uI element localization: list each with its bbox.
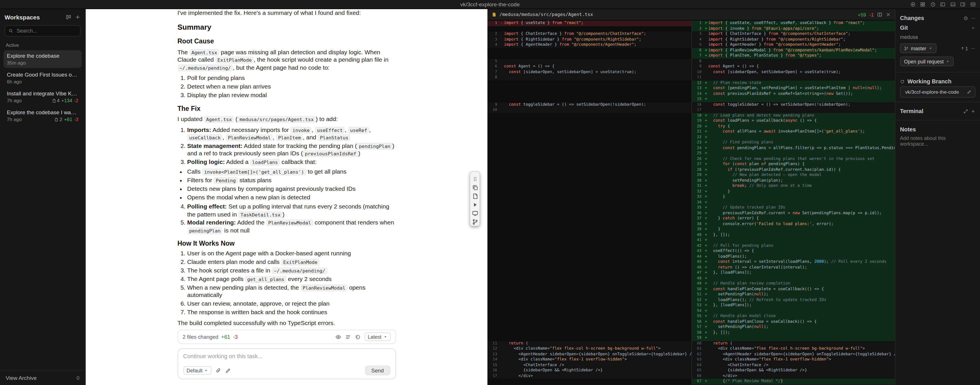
- app-window: vk/3ccf-explore-the-code Workspaces: [0, 0, 980, 385]
- close-icon[interactable]: [886, 12, 891, 17]
- ul-block: Calls invoke<PlanItem[]>('get_all_plans'…: [177, 168, 396, 201]
- code-line: 65 {sidebarOpen && <RightSidebar />}: [692, 368, 895, 373]
- latest-dropdown[interactable]: Latest: [364, 332, 391, 341]
- line-number: 20: [692, 124, 704, 129]
- expand-icon[interactable]: [963, 109, 968, 113]
- working-branch-input[interactable]: [904, 89, 964, 95]
- more-icon[interactable]: [971, 46, 975, 51]
- code-line: [487, 313, 691, 319]
- git-branch-icon[interactable]: [472, 217, 478, 223]
- line-number: [487, 167, 500, 172]
- pencil-icon[interactable]: [967, 90, 971, 94]
- code-line: [487, 118, 691, 124]
- send-button[interactable]: Send: [365, 366, 390, 375]
- line-number: 53: [692, 303, 704, 308]
- diff-status-bar[interactable]: 2 files changed +61 -3 Latest: [177, 329, 396, 344]
- code-line: 23+ // Find pending plans: [692, 140, 895, 145]
- line-number: 1: [692, 21, 704, 26]
- panel-left-icon[interactable]: [940, 2, 945, 8]
- grip-icon[interactable]: [472, 174, 478, 180]
- line-number: [487, 210, 500, 216]
- layout-icon[interactable]: [970, 2, 975, 8]
- list-item: The Agent page polls get_all_plans every…: [187, 275, 396, 283]
- code-line: [487, 53, 691, 59]
- git-branch-icon: [904, 46, 908, 51]
- chat-scroll-area[interactable]: npm run build 2>&1 | tail -80The build c…: [86, 9, 487, 329]
- monitor-icon[interactable]: [472, 208, 478, 215]
- grid-icon[interactable]: [920, 2, 926, 8]
- code-line: [487, 189, 691, 194]
- code-line: [487, 183, 691, 189]
- workspace-search[interactable]: [5, 25, 81, 37]
- line-number: 57: [692, 325, 704, 330]
- notes-placeholder[interactable]: Add notes about this workspace...: [900, 135, 975, 147]
- workspace-title: Install and integrate Vibe Kanban Web...: [7, 90, 78, 97]
- list-icon[interactable]: [345, 334, 351, 340]
- code-line: 45+ const interval = setInterval(loadPla…: [692, 259, 895, 265]
- workspace-item[interactable]: Create Good First Issues on Github So...…: [3, 69, 82, 87]
- workspace-item[interactable]: Install and integrate Vibe Kanban Web...…: [3, 88, 82, 106]
- refresh-icon[interactable]: [900, 79, 905, 84]
- working-branch-field[interactable]: [900, 86, 975, 98]
- code-line: [487, 265, 691, 270]
- files-changed-badge: 2: [54, 116, 62, 122]
- list-item: Imports: Added necessary imports for inv…: [187, 126, 396, 142]
- chevron-down-icon: [383, 335, 387, 339]
- new-workspace-button[interactable]: [75, 14, 81, 20]
- line-number: [487, 205, 500, 210]
- diff-file-path[interactable]: /medusa/medusa/src/pages/Agent.tsx: [500, 12, 593, 17]
- view-archive-button[interactable]: View Archive: [6, 375, 37, 381]
- git-section-title: Git: [900, 25, 908, 31]
- line-number: 58: [692, 330, 704, 335]
- code-line: 10 const [sidebarOpen, setSidebarOpen] =…: [692, 69, 895, 75]
- workspace-item[interactable]: Explore the codebase I want you to ex...…: [3, 107, 82, 124]
- split-view-icon[interactable]: [877, 12, 882, 17]
- code-line: 62 <AgentHeader sidebarOpen={sidebarOpen…: [692, 352, 895, 357]
- status-additions: +61: [221, 334, 230, 340]
- code-line: 17 </div>: [487, 373, 691, 379]
- code-line: [487, 379, 691, 384]
- play-icon[interactable]: [472, 200, 478, 206]
- code-line: 2+import { invoke } from "@tauri-apps/ap…: [692, 26, 895, 32]
- open-pull-request-button[interactable]: Open pull request: [900, 57, 954, 66]
- code-line: [487, 254, 691, 259]
- file-icon: [52, 99, 56, 103]
- eye-icon[interactable]: [335, 334, 341, 340]
- line-number: 17: [487, 373, 500, 379]
- line-number: [487, 265, 500, 270]
- diff-additions: +59: [858, 12, 866, 18]
- message-composer[interactable]: Continue working on this task... Default…: [177, 348, 396, 379]
- code-line: 16 const toggleSidebar = () => setSideba…: [692, 102, 895, 107]
- line-number: 13: [487, 352, 500, 357]
- line-number: 14: [692, 91, 704, 97]
- workspace-time: 35m ago: [7, 60, 26, 66]
- line-number: 16: [487, 368, 500, 373]
- diff-body[interactable]: 1-import { useState } from "react";2impo…: [487, 21, 895, 385]
- history-icon[interactable]: [963, 16, 968, 20]
- media-icon[interactable]: [910, 2, 915, 8]
- line-number: [487, 53, 500, 59]
- file-icon[interactable]: [472, 191, 478, 198]
- sidebar-header: Workspaces: [0, 9, 85, 23]
- kanban-icon[interactable]: [66, 14, 72, 20]
- attach-button[interactable]: [216, 368, 221, 373]
- code-line: [487, 151, 691, 156]
- search-input[interactable]: [16, 27, 76, 34]
- line-number: 37: [692, 216, 704, 221]
- edit-button[interactable]: [226, 368, 231, 373]
- workspace-item[interactable]: Explore the codebase 35m ago: [3, 50, 82, 68]
- panel-bottom-icon[interactable]: [950, 2, 955, 8]
- undo-icon[interactable]: [355, 334, 360, 340]
- branch-selector[interactable]: master: [900, 43, 937, 53]
- chevron-down-icon[interactable]: [971, 25, 975, 30]
- more-icon[interactable]: [971, 16, 975, 20]
- mode-dropdown[interactable]: Default: [183, 366, 212, 375]
- code-line: 2import { ChatInterface } from "@/compon…: [487, 32, 691, 37]
- code-line: [487, 205, 691, 210]
- panel-right-icon[interactable]: [960, 2, 966, 8]
- workspace-time: 7h ago: [7, 98, 22, 103]
- line-number: [487, 145, 500, 151]
- new-terminal-button[interactable]: [971, 109, 975, 113]
- copy-icon[interactable]: [472, 183, 478, 189]
- history-icon[interactable]: [930, 2, 935, 8]
